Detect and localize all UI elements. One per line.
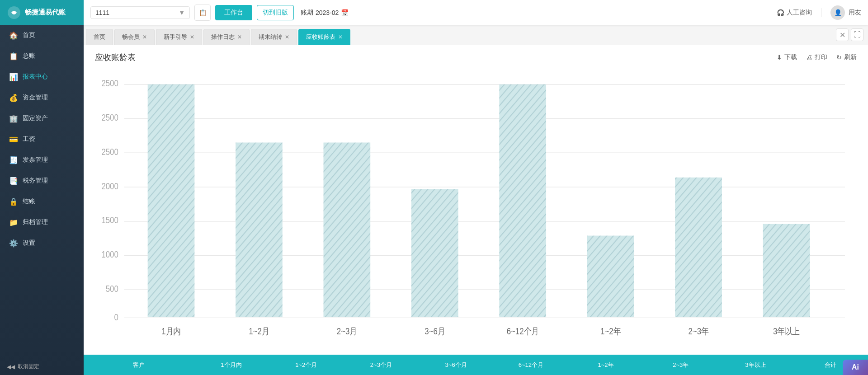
svg-text:3~6月: 3~6月 [425,326,445,336]
chart-area: 2500 2500 2500 2000 1500 1000 500 0 [84,67,868,355]
archive-icon: 📁 [9,218,18,227]
table-header-col-2: 1~2个月 [269,361,344,369]
ai-badge[interactable]: Ai [843,360,868,375]
tab-label: 应收账龄表 [306,33,335,41]
download-label: 下载 [784,53,797,61]
tab-aging[interactable]: 应收账龄表✕ [298,29,350,45]
page-actions: ⬇ 下载 🖨 打印 ↻ 刷新 [777,53,857,61]
print-button[interactable]: 🖨 打印 [806,53,827,61]
sidebar-item-invoice[interactable]: 🧾 发票管理 [0,150,84,170]
company-name: 1111 [95,9,175,16]
tab-label: 畅会员 [122,33,140,41]
sidebar-item-reports[interactable]: 📊 报表中心 [0,66,84,87]
tab-member[interactable]: 畅会员✕ [114,29,155,45]
user-name: 用友 [849,9,861,17]
tab-label: 新手引导 [164,33,187,41]
bar-3 [324,143,371,317]
maximize-button[interactable]: ⛶ [851,28,863,41]
table-header-col-1: 1个月内 [194,361,269,369]
download-button[interactable]: ⬇ 下载 [777,53,797,61]
bar-6 [587,236,634,317]
refresh-icon: ↻ [836,54,842,61]
user-menu[interactable]: 👤 用友 [830,5,861,20]
home-icon: 🏠 [9,31,18,40]
sidebar-item-tax[interactable]: 📑 税务管理 [0,170,84,191]
bar-8 [763,224,810,317]
invoice-icon: 🧾 [9,155,18,164]
sidebar-unpin-btn[interactable]: ◀◀ 取消固定 [0,358,84,375]
service-button[interactable]: 🎧 人工咨询 [777,9,812,17]
tab-log[interactable]: 操作日志✕ [203,29,250,45]
tab-close-btn[interactable]: ✕ [142,34,147,40]
sidebar-item-label: 资金管理 [23,94,48,102]
bar-2 [236,143,283,317]
tab-close-btn[interactable]: ✕ [285,34,289,40]
refresh-label: 刷新 [844,53,857,61]
sidebar-item-home[interactable]: 🏠 首页 [0,25,84,46]
sidebar-item-label: 固定资产 [23,114,48,122]
tab-guide[interactable]: 新手引导✕ [156,29,202,45]
sidebar-item-salary[interactable]: 💳 工资 [0,129,84,150]
sidebar-item-assets[interactable]: 🏢 固定资产 [0,108,84,129]
bar-chart: 2500 2500 2500 2000 1500 1000 500 0 [95,74,857,348]
sidebar-item-label: 结账 [23,197,35,206]
sidebar-item-label: 总账 [23,52,35,60]
tabs-right-buttons: ✕ ⛶ [836,28,863,41]
calendar-button[interactable]: 📋 [194,5,211,21]
sidebar-item-label: 归档管理 [23,218,48,226]
svg-text:1~2月: 1~2月 [249,326,269,336]
svg-text:2500: 2500 [101,112,118,123]
svg-text:3年以上: 3年以上 [773,326,800,336]
main-area: 1111 ▼ 📋 工作台 切到旧版 账期 2023-02 📅 🎧 人工咨询 👤 … [84,0,868,375]
bar-1 [148,84,195,317]
period-value: 2023-02 [316,9,339,16]
company-selector[interactable]: 1111 ▼ [90,6,190,19]
sidebar-item-label: 工资 [23,135,35,143]
tab-yearend[interactable]: 期末结转✕ [251,29,297,45]
svg-text:1~2年: 1~2年 [600,326,621,336]
print-label: 打印 [815,53,827,61]
reports-icon: 📊 [9,72,18,81]
tab-close-btn[interactable]: ✕ [237,34,242,40]
service-label: 人工咨询 [787,9,812,17]
close-icon: 🔒 [9,197,18,206]
header-divider [821,8,821,17]
svg-text:2500: 2500 [101,78,118,89]
salary-icon: 💳 [9,135,18,144]
tab-home[interactable]: 首页 [86,29,113,45]
download-icon: ⬇ [777,54,782,61]
sidebar-item-funds[interactable]: 💰 资金管理 [0,87,84,108]
close-tab-button[interactable]: ✕ [836,28,849,41]
bar-7 [675,178,722,317]
avatar-icon: 👤 [834,9,842,16]
bar-4 [411,189,458,317]
calendar-icon: 📋 [199,9,207,16]
tab-label: 操作日志 [211,33,235,41]
sidebar-item-ledger[interactable]: 📋 总账 [0,46,84,66]
svg-text:0: 0 [114,312,118,323]
sidebar-item-archive[interactable]: 📁 归档管理 [0,212,84,233]
sidebar-item-settings[interactable]: ⚙️ 设置 [0,233,84,253]
page-header: 应收账龄表 ⬇ 下载 🖨 打印 ↻ 刷新 [84,45,868,67]
refresh-button[interactable]: ↻ 刷新 [836,53,857,61]
table-header: 客户1个月内1~2个月2~3个月3~6个月6~12个月1~2年2~3年3年以上合… [84,355,868,375]
funds-icon: 💰 [9,93,18,102]
header-right: 🎧 人工咨询 👤 用友 [777,5,861,20]
sidebar-item-close[interactable]: 🔒 结账 [0,191,84,212]
svg-text:2~3年: 2~3年 [688,326,708,336]
svg-text:1月内: 1月内 [161,326,180,336]
tab-close-btn[interactable]: ✕ [190,34,194,40]
app-logo: 畅捷通易代账 [0,0,84,25]
sidebar-item-label: 税务管理 [23,177,48,185]
tab-label: 首页 [94,33,105,41]
bar-5 [499,84,546,317]
logo-icon [7,5,21,20]
period-info: 账期 2023-02 📅 [301,9,349,17]
svg-text:500: 500 [106,284,118,294]
switch-version-button[interactable]: 切到旧版 [257,5,294,20]
ledger-icon: 📋 [9,52,18,61]
workbench-button[interactable]: 工作台 [215,5,252,20]
assets-icon: 🏢 [9,114,18,123]
tab-close-btn[interactable]: ✕ [338,34,343,40]
table-header-col-4: 3~6个月 [419,361,494,369]
